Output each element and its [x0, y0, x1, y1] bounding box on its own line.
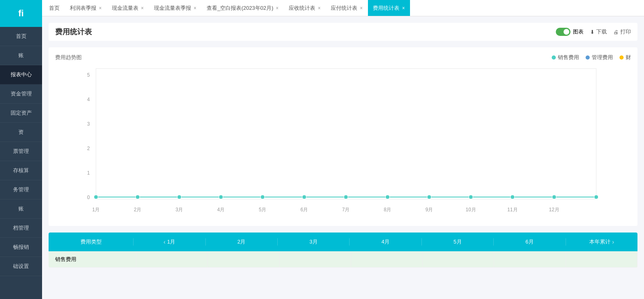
svg-point-16 [219, 195, 223, 199]
legend-sales-expense: 销售费用 [552, 54, 579, 61]
tab-receivable[interactable]: 应收统计表 × [284, 0, 326, 16]
svg-point-18 [302, 195, 306, 199]
svg-text:5: 5 [87, 72, 90, 78]
svg-text:9月: 9月 [426, 207, 433, 213]
legend-finance-expense: 财 [619, 54, 631, 61]
close-blank-report[interactable]: × [276, 5, 279, 11]
legend-label-sales: 销售费用 [558, 54, 579, 61]
tab-profit-report[interactable]: 利润表季报 × [65, 0, 107, 16]
td-sales-m6 [494, 251, 566, 267]
sidebar-item-account[interactable]: 账 [0, 46, 42, 65]
svg-text:4月: 4月 [217, 207, 225, 213]
svg-point-21 [427, 195, 431, 199]
close-cashflow-quarter[interactable]: × [194, 5, 196, 11]
data-table: 费用类型 ‹ 1月 2月 3月 4月 5月 [49, 233, 637, 268]
tab-cashflow-quarter[interactable]: 现金流量表季报 × [149, 0, 202, 16]
svg-text:4: 4 [87, 97, 90, 102]
svg-point-14 [136, 195, 140, 199]
svg-text:3: 3 [87, 121, 90, 127]
tab-expense-stats[interactable]: 费用统计表 × [368, 0, 410, 16]
app-logo: fi [0, 0, 42, 27]
header-actions: 图表 ⬇ 下载 🖨 打印 [556, 28, 631, 36]
legend-dot-finance [619, 55, 624, 60]
svg-text:1: 1 [87, 170, 90, 176]
svg-text:1月: 1月 [92, 207, 100, 213]
th-month1: ‹ 1月 [134, 238, 205, 246]
sidebar-item-fixed-assets[interactable]: 固定资产 [0, 104, 42, 123]
svg-point-24 [552, 195, 556, 199]
tab-blank-report[interactable]: 查看_空白报表(2023年02月) × [202, 0, 284, 16]
table-row-sales: 销售费用 [49, 251, 637, 268]
svg-text:12月: 12月 [549, 207, 559, 213]
svg-point-17 [261, 195, 265, 199]
sidebar-item-inventory[interactable]: 存核算 [0, 161, 42, 180]
td-sales-ytd [566, 251, 637, 267]
th-month5: 5月 [422, 238, 494, 246]
download-button[interactable]: ⬇ 下载 [590, 28, 607, 35]
sidebar-item-archive-mgmt[interactable]: 档管理 [0, 219, 42, 238]
svg-point-19 [344, 195, 348, 199]
download-label: 下载 [596, 28, 607, 35]
td-sales-m5 [423, 251, 494, 267]
chart-svg: 5 4 3 2 1 0 [55, 64, 631, 219]
svg-point-22 [469, 195, 473, 199]
page-title: 费用统计表 [55, 27, 92, 37]
svg-text:11月: 11月 [507, 207, 517, 213]
legend-mgmt-expense: 管理费用 [586, 54, 613, 61]
th-month3: 3月 [278, 238, 350, 246]
close-expense-stats[interactable]: × [402, 5, 405, 11]
sidebar-item-service-mgmt[interactable]: 务管理 [0, 180, 42, 199]
svg-text:2月: 2月 [134, 207, 142, 213]
close-receivable[interactable]: × [318, 5, 321, 11]
sidebar-item-investment[interactable]: 资 [0, 123, 42, 142]
svg-text:0: 0 [87, 195, 90, 200]
sidebar: fi 首页 账 报表中心 资金管理 固定资产 资 票管理 存核算 务管理 账 档… [0, 0, 42, 299]
tab-payable[interactable]: 应付统计表 × [326, 0, 368, 16]
th-month6: 6月 [494, 238, 566, 246]
chart-header: 费用趋势图 销售费用 管理费用 财 [55, 54, 631, 61]
svg-text:7月: 7月 [342, 207, 350, 213]
next-month-arrow[interactable]: › [612, 239, 614, 245]
page-header: 费用统计表 图表 ⬇ 下载 🖨 打印 [49, 23, 637, 41]
close-profit-report[interactable]: × [99, 5, 102, 11]
sidebar-item-ticket-mgmt[interactable]: 票管理 [0, 142, 42, 161]
legend-dot-sales [552, 55, 556, 60]
chart-toggle[interactable] [556, 28, 570, 36]
chart-toggle-wrap: 图表 [556, 28, 584, 36]
table-header: 费用类型 ‹ 1月 2月 3月 4月 5月 [49, 233, 637, 251]
print-button[interactable]: 🖨 打印 [613, 28, 631, 35]
tab-bar: 首页 利润表季报 × 现金流量表 × 现金流量表季报 × 查看_空白报表(202… [42, 0, 644, 16]
svg-point-25 [594, 195, 598, 199]
sidebar-item-ledger[interactable]: 账 [0, 199, 42, 219]
svg-text:10月: 10月 [466, 207, 476, 213]
tab-cashflow[interactable]: 现金流量表 × [107, 0, 149, 16]
td-sales-m3 [280, 251, 351, 267]
th-expense-type: 费用类型 [49, 238, 134, 246]
td-sales-m1 [136, 251, 208, 267]
tab-home[interactable]: 首页 [44, 0, 65, 16]
sidebar-item-home[interactable]: 首页 [0, 27, 42, 46]
chart-legend: 销售费用 管理费用 财 [552, 54, 631, 61]
svg-point-15 [177, 195, 181, 199]
close-cashflow[interactable]: × [141, 5, 144, 11]
legend-dot-mgmt [586, 55, 590, 60]
td-sales-m2 [208, 251, 279, 267]
content-area: 费用统计表 图表 ⬇ 下载 🖨 打印 费用趋势图 [42, 16, 644, 299]
sidebar-item-fund-mgmt[interactable]: 资金管理 [0, 84, 42, 104]
th-month2: 2月 [206, 238, 278, 246]
svg-text:3月: 3月 [176, 207, 183, 213]
svg-text:2: 2 [87, 146, 90, 151]
svg-point-13 [94, 195, 98, 199]
td-sales-m4 [351, 251, 423, 267]
td-sales-type: 销售费用 [49, 251, 136, 267]
close-payable[interactable]: × [360, 5, 363, 11]
chart-toggle-label: 图表 [573, 28, 584, 35]
prev-month-arrow[interactable]: ‹ [164, 239, 166, 245]
svg-text:8月: 8月 [384, 207, 392, 213]
legend-label-mgmt: 管理费用 [592, 54, 613, 61]
th-ytd: 本年累计 › [566, 238, 637, 246]
sidebar-item-basic-settings[interactable]: 础设置 [0, 257, 42, 276]
svg-rect-12 [96, 69, 596, 199]
sidebar-item-expense-mgmt[interactable]: 畅报销 [0, 238, 42, 257]
sidebar-item-report-center[interactable]: 报表中心 [0, 65, 42, 84]
